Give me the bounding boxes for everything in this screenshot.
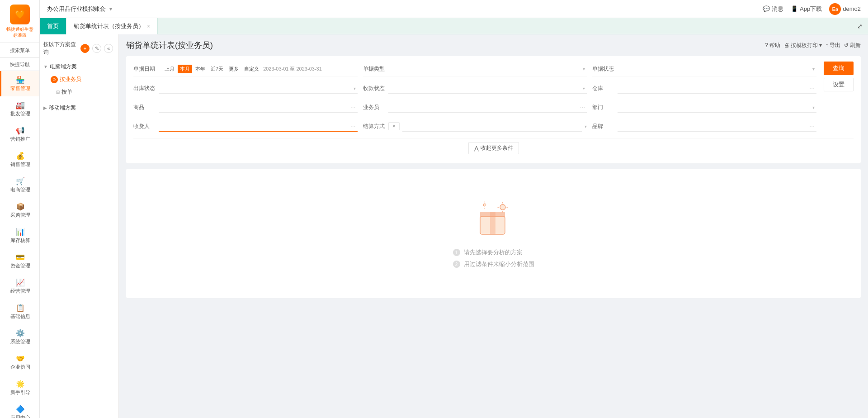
svg-point-3 — [500, 204, 505, 210]
sidebar-item-wholesale[interactable]: 🏭 批发管理 — [0, 96, 39, 122]
tab-current[interactable]: 销货单统计表（按业务员） × — [66, 18, 158, 34]
date-tab-last-month[interactable]: 上月 — [162, 65, 177, 73]
export-btn[interactable]: ↑ 导出 — [826, 42, 840, 49]
order-status-select[interactable] — [621, 63, 816, 74]
order-type-label: 单据类型 — [363, 65, 388, 73]
tab-close-btn[interactable]: × — [147, 23, 150, 29]
app-download-icon: 📱 — [791, 5, 798, 12]
app-download-btn[interactable]: 📱 App下载 — [791, 5, 822, 13]
inventory-label: 库存核算 — [10, 237, 30, 244]
panel-item-by-salesperson[interactable]: ⊙ 按业务员 — [40, 73, 118, 86]
basic-label: 基础信息 — [10, 313, 30, 320]
desktop-section-label: 电脑端方案 — [50, 63, 77, 71]
date-tab-this-year[interactable]: 本年 — [193, 65, 208, 73]
tab-home[interactable]: 首页 — [40, 18, 66, 34]
sidebar-item-finance[interactable]: 💳 资金管理 — [0, 248, 39, 274]
help-btn[interactable]: ? 帮助 — [765, 42, 780, 49]
sidebar-item-ecommerce[interactable]: 🛒 电商管理 — [0, 172, 39, 198]
warehouse-input[interactable] — [618, 83, 816, 94]
panel-desktop-section: ▼ 电脑端方案 ⊙ 按业务员 ⊞ 按单 — [40, 59, 118, 100]
date-tab-more[interactable]: 更多 — [226, 65, 241, 73]
marketing-icon: 📢 — [16, 126, 25, 135]
search-menu-item[interactable]: 搜索菜单 — [0, 43, 39, 58]
goods-dots[interactable]: ··· — [350, 104, 356, 111]
sidebar-item-purchase[interactable]: 📦 采购管理 — [0, 198, 39, 223]
brand-input[interactable] — [618, 121, 816, 132]
settle-method-select[interactable] — [402, 121, 582, 132]
panel-header-label: 按以下方案查询 — [43, 41, 80, 56]
refresh-label: 刷新 — [850, 42, 861, 49]
sidebar-item-enterprise[interactable]: 🤝 企业协同 — [0, 350, 39, 375]
brand-dots[interactable]: ··· — [809, 123, 815, 130]
sidebar-item-inventory[interactable]: 📊 库存核算 — [0, 223, 39, 248]
help-label: 帮助 — [769, 42, 780, 49]
panel-edit-btn[interactable]: ✎ — [92, 44, 101, 53]
panel-desktop-header[interactable]: ▼ 电脑端方案 — [40, 61, 118, 73]
app-download-label: App下载 — [800, 5, 822, 13]
sidebar-item-marketing[interactable]: 📢 营销推广 — [0, 122, 39, 147]
newbie-icon: 🌟 — [16, 380, 25, 388]
user-menu[interactable]: Ea demo2 — [829, 3, 861, 15]
setting-btn[interactable]: 设置 — [824, 78, 854, 91]
header-title: 办公用品行业模拟账套 — [47, 5, 106, 13]
export-label: 导出 — [830, 42, 840, 49]
date-tab-custom[interactable]: 自定义 — [242, 65, 261, 73]
tab-maximize-btn[interactable]: ⤢ — [852, 23, 868, 30]
date-tab-7days[interactable]: 近7天 — [208, 65, 226, 73]
goods-input[interactable] — [159, 102, 358, 113]
header-dropdown-icon[interactable]: ▾ — [109, 6, 112, 12]
app-logo: 🧡 畅捷通好生意 标准版 — [0, 0, 39, 43]
search-label: 搜索菜单 — [10, 48, 30, 53]
empty-illustration — [471, 196, 516, 241]
query-btn[interactable]: 查询 — [824, 62, 854, 75]
refresh-btn[interactable]: ↺ 刷新 — [844, 42, 861, 49]
tab-current-label: 销货单统计表（按业务员） — [74, 22, 144, 30]
newbie-label: 新手引导 — [10, 389, 30, 396]
panel-header: 按以下方案查询 + ✎ « — [40, 38, 118, 59]
sidebar-item-basic[interactable]: 📋 基础信息 — [0, 299, 39, 324]
messages-btn[interactable]: 💬 消息 — [763, 5, 783, 13]
panel-sub-item-by-order[interactable]: ⊞ 按单 — [40, 86, 118, 98]
receiver-input[interactable] — [159, 121, 358, 132]
date-range-text: 2023-03-01 至 2023-03-31 — [263, 66, 322, 72]
main-area: 办公用品行业模拟账套 ▾ 💬 消息 📱 App下载 Ea demo2 首页 销货… — [40, 0, 868, 418]
collect-status-select[interactable] — [388, 83, 587, 94]
sidebar-item-apps[interactable]: 🔷 应用中心 — [0, 400, 39, 418]
department-select[interactable] — [618, 102, 816, 113]
salesperson-dots[interactable]: ··· — [580, 104, 585, 111]
mobile-section-label: 移动端方案 — [49, 104, 76, 112]
collapse-btn[interactable]: ⋀ 收起更多条件 — [468, 142, 519, 154]
export-icon: ↑ — [826, 42, 828, 48]
sidebar-item-system[interactable]: ⚙️ 系统管理 — [0, 324, 39, 350]
collect-status-label: 收款状态 — [363, 85, 388, 92]
sidebar-item-sales[interactable]: 💰 销售管理 — [0, 147, 39, 172]
header-left: 办公用品行业模拟账套 ▾ — [47, 5, 112, 13]
sidebar-item-newbie[interactable]: 🌟 新手引导 — [0, 375, 39, 400]
panel-mobile-header[interactable]: ▶ 移动端方案 — [40, 102, 118, 114]
ecommerce-label: 电商管理 — [10, 186, 30, 193]
settle-tag-close[interactable]: × — [392, 123, 396, 129]
date-label: 单据日期 — [133, 65, 159, 73]
quick-nav-item[interactable]: 快捷导航 — [0, 58, 39, 71]
date-control: 上月 本月 本年 近7天 更多 自定义 2023-03-01 至 2023-03… — [162, 65, 358, 73]
date-tab-this-month[interactable]: 本月 — [178, 65, 192, 73]
help-icon: ? — [765, 42, 768, 48]
operations-label: 经营管理 — [10, 288, 30, 294]
panel-collapse-btn[interactable]: « — [104, 44, 113, 53]
system-label: 系统管理 — [10, 338, 30, 345]
panel-add-btn[interactable]: + — [80, 44, 90, 53]
sidebar-item-retail[interactable]: 🏪 零售管理 — [0, 71, 39, 96]
template-print-btn[interactable]: 🖨 按模板打印 ▾ — [784, 42, 822, 49]
panel-mobile-section: ▶ 移动端方案 — [40, 102, 118, 114]
sidebar-item-operations[interactable]: 📈 经营管理 — [0, 274, 39, 299]
header-right: 💬 消息 📱 App下载 Ea demo2 — [763, 3, 861, 15]
receiver-dots[interactable]: ··· — [350, 123, 356, 130]
salesperson-input[interactable] — [388, 102, 587, 113]
inventory-icon: 📊 — [16, 228, 25, 236]
svg-point-8 — [483, 204, 486, 206]
salesperson-label: 业务员 — [363, 104, 388, 111]
svg-rect-2 — [490, 212, 495, 234]
order-type-select[interactable] — [392, 63, 587, 74]
out-status-select[interactable] — [159, 83, 358, 94]
warehouse-dots[interactable]: ··· — [809, 85, 815, 92]
